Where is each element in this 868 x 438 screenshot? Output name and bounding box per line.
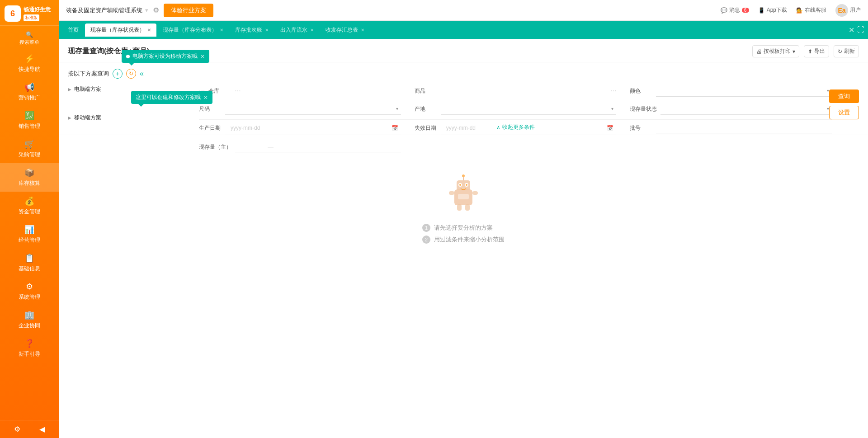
size-select[interactable]: ▾ — [225, 103, 401, 115]
sidebar-item-marketing[interactable]: 📢 营销推广 — [0, 78, 59, 106]
logo-icon: 6 — [5, 5, 21, 22]
content-inner: 现存量查询(按仓库+商品) 🖨 按模板打印 ▾ ⬆ 导出 ↻ 刷新 — [59, 39, 868, 438]
tab-label: 现存量（库存状况表） — [90, 26, 145, 34]
filter-scheme-btn[interactable]: ↻ — [126, 69, 136, 79]
query-btn[interactable]: 查询 — [829, 89, 859, 103]
message-badge: 6 — [742, 8, 749, 13]
sidebar-collapse-btn[interactable]: ◀ — [39, 425, 45, 433]
export-icon: ⬆ — [808, 48, 812, 55]
schema-expand-icon[interactable]: ▶ — [68, 87, 71, 92]
warehouse-ellipsis[interactable]: ··· — [235, 87, 241, 95]
sidebar-logo[interactable]: 6 畅通好生意 标准版 — [0, 0, 59, 26]
online-support-btn[interactable]: 💁 在线客服 — [796, 6, 826, 14]
refresh-label: 刷新 — [844, 47, 855, 55]
schema-mobile-label[interactable]: 移动端方案 — [74, 114, 101, 122]
expand-btn[interactable]: ⛶ — [857, 26, 864, 34]
color-label: 颜色 — [630, 87, 652, 95]
svg-rect-12 — [458, 194, 469, 199]
app-download-label: App下载 — [767, 6, 787, 14]
refresh-btn[interactable]: ↻ 刷新 — [834, 45, 859, 57]
action-column: 查询 设置 — [829, 89, 859, 119]
stock-qty-min[interactable] — [238, 144, 265, 150]
empty-hint-2: 2 用过滤条件来缩小分析范围 — [422, 235, 505, 244]
filter-goods: 商品 ··· — [415, 85, 617, 97]
tab-close-icon[interactable]: ✕ — [310, 28, 314, 33]
tooltip-popup-2: 这里可以创建和修改方案哦 ✕ — [131, 91, 212, 104]
goods-ellipsis[interactable]: ··· — [610, 87, 616, 95]
tab-close-icon[interactable]: ✕ — [265, 28, 269, 33]
system-name-group: 装备及固定资产辅助管理系统 ▾ — [66, 6, 148, 14]
tab-batch-ledger[interactable]: 库存批次账 ✕ — [230, 24, 274, 37]
collapse-btn[interactable]: ∧ 收起更多条件 — [199, 119, 832, 135]
empty-illustration — [441, 171, 486, 217]
filter-stock-qty: 现存量（主） — — [199, 141, 401, 152]
user-profile-btn[interactable]: Ea 用户 — [835, 4, 861, 17]
svg-rect-11 — [465, 204, 470, 211]
sidebar-item-system[interactable]: ⚙ 系统管理 — [0, 277, 59, 306]
goods-label: 商品 — [415, 87, 437, 95]
trial-btn[interactable]: 体验行业方案 — [164, 4, 213, 17]
sidebar-item-label: 销售管理 — [19, 122, 40, 130]
color-select[interactable]: ▾ — [656, 85, 832, 97]
filter-add-btn[interactable]: + — [113, 69, 123, 79]
collapse-label: 收起更多条件 — [502, 123, 535, 131]
marketing-icon: 📢 — [24, 82, 34, 92]
sidebar-item-search[interactable]: 🔍 搜索菜单 — [0, 26, 59, 49]
tab-inventory-status[interactable]: 现存量（库存状况表） ✕ — [85, 24, 156, 37]
tab-inventory-dist[interactable]: 现存量（库存分布表） ✕ — [157, 24, 229, 37]
phone-icon: 📱 — [758, 7, 765, 14]
setting-btn[interactable]: 设置 — [829, 106, 859, 119]
tab-home[interactable]: 首页 — [62, 24, 84, 37]
logo-title: 畅通好生意 — [24, 6, 51, 14]
user-avatar-text: Ea — [838, 7, 845, 14]
range-dash: — — [268, 143, 274, 150]
settings-gear-icon[interactable]: ⚙ — [153, 6, 159, 14]
origin-select[interactable]: ▾ — [441, 103, 617, 115]
sidebar-item-operation[interactable]: 📊 经营管理 — [0, 220, 59, 249]
app-download-btn[interactable]: 📱 App下载 — [758, 6, 787, 14]
sidebar-item-label: 采购管理 — [19, 151, 40, 159]
sidebar-item-purchase[interactable]: 🛒 采购管理 — [0, 135, 59, 163]
schema-desktop-label[interactable]: 电脑端方案 — [74, 85, 101, 93]
export-btn[interactable]: ⬆ 导出 — [804, 45, 829, 57]
basic-icon: 📋 — [24, 253, 34, 263]
stock-qty-max[interactable] — [276, 144, 303, 150]
tab-label: 库存批次账 — [235, 26, 262, 34]
filter-area: 按以下方案查询 + ↻ 电脑方案可设为移动方案哦 ✕ « — [59, 62, 868, 135]
tooltip-close-2[interactable]: ✕ — [203, 94, 208, 101]
print-label: 按模板打印 — [764, 47, 791, 55]
tab-close-icon[interactable]: ✕ — [147, 28, 151, 33]
sidebar-item-sales[interactable]: 💹 销售管理 — [0, 106, 59, 135]
filter-back-btn[interactable]: « — [140, 70, 144, 78]
print-icon: 🖨 — [756, 48, 762, 55]
sidebar-item-quick-nav[interactable]: ⚡ 快捷导航 — [0, 49, 59, 78]
tooltip-popup-1: 电脑方案可设为移动方案哦 ✕ — [122, 50, 209, 63]
message-btn[interactable]: 💬 消息 6 — [721, 6, 749, 14]
sidebar-item-inventory[interactable]: 📦 库存核算 — [0, 163, 59, 192]
support-icon: 💁 — [796, 7, 803, 14]
tooltip-close-1[interactable]: ✕ — [200, 53, 205, 60]
tab-in-out-flow[interactable]: 出入库流水 ✕ — [275, 24, 319, 37]
tab-close-icon[interactable]: ✕ — [361, 28, 364, 33]
operation-icon: 📊 — [24, 225, 34, 235]
tab-receive-summary[interactable]: 收发存汇总表 ✕ — [320, 24, 370, 37]
print-btn[interactable]: 🖨 按模板打印 ▾ — [752, 45, 799, 57]
close-all-tabs-btn[interactable]: ✕ — [849, 26, 854, 34]
svg-rect-10 — [457, 204, 462, 211]
filter-color: 颜色 ▾ — [630, 85, 832, 97]
tab-close-icon[interactable]: ✕ — [220, 28, 223, 33]
sidebar-item-enterprise[interactable]: 🏢 企业协同 — [0, 306, 59, 334]
schema-expand-icon-mobile[interactable]: ▶ — [68, 115, 71, 120]
svg-point-5 — [466, 184, 467, 186]
sidebar-settings-btn[interactable]: ⚙ — [14, 425, 20, 433]
sidebar-item-basic[interactable]: 📋 基础信息 — [0, 249, 59, 277]
sidebar-item-finance[interactable]: 💰 资金管理 — [0, 192, 59, 220]
tooltip1-container: ↻ 电脑方案可设为移动方案哦 ✕ — [126, 69, 136, 79]
username-label: 用户 — [850, 6, 861, 14]
svg-point-7 — [462, 174, 465, 177]
svg-point-4 — [459, 184, 461, 186]
sidebar-item-label: 营销推广 — [19, 94, 40, 102]
stock-status-select[interactable]: ▾ — [660, 103, 832, 115]
topbar: 装备及固定资产辅助管理系统 ▾ ⚙ 体验行业方案 💬 消息 6 📱 App下载 … — [59, 0, 868, 21]
sidebar-item-guide[interactable]: ❓ 新手引导 — [0, 334, 59, 363]
